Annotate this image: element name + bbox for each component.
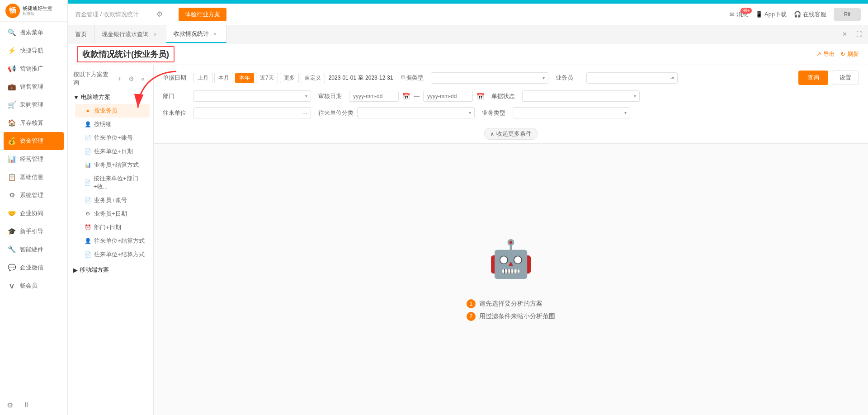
scheme-item-detail[interactable]: 👤 按明细: [75, 118, 150, 131]
page-header-actions: ↗ 导出 ↻ 刷新: [816, 50, 859, 58]
date-btn-more[interactable]: 更多: [280, 73, 299, 83]
group-collapse-icon: ▼: [73, 94, 79, 101]
filter-area: 单据日期 上月 本月 本年 近7天 更多 自定义 2023-01-01: [154, 65, 868, 124]
scheme-item-partner-dept-collect[interactable]: 📄 按往来单位+部门+收...: [75, 172, 150, 193]
lightning-icon: ⚡: [7, 46, 16, 55]
scheme-item-partner-settle1[interactable]: 👤 往来单位+结算方式: [75, 234, 150, 248]
salesperson-input[interactable]: [586, 72, 678, 84]
audit-cal-from-icon[interactable]: 📅: [402, 93, 410, 100]
app-download-btn[interactable]: 📱 App下载: [755, 10, 787, 19]
breadcrumb: 资金管理 / 收款情况统计: [75, 10, 139, 19]
tab-close-all-icon[interactable]: ✕: [839, 29, 850, 40]
sidebar-item-collab[interactable]: 🤝 企业协同: [0, 204, 67, 222]
export-btn[interactable]: ↗ 导出: [816, 50, 835, 58]
scheme-item-sales-date[interactable]: ⚙ 业务员+日期: [75, 207, 150, 221]
trial-btn[interactable]: 体验行业方案: [179, 8, 226, 21]
query-btn[interactable]: 查询: [798, 71, 828, 85]
mobile-group-icon: ▶: [73, 267, 78, 274]
tip-1-text: 请先选择要分析的方案: [479, 300, 542, 308]
collapse-panel-icon[interactable]: «: [138, 74, 148, 84]
counterparty-more-icon[interactable]: ···: [302, 109, 307, 117]
docstatus-select[interactable]: [522, 90, 640, 102]
scheme-item-partner-settle2[interactable]: 📄 往来单位+结算方式: [75, 248, 150, 261]
sidebar-item-member[interactable]: V 畅会员: [0, 277, 67, 295]
scheme-pdc-icon: 📄: [84, 179, 91, 186]
settings-bottom-icon[interactable]: ⚙: [4, 399, 16, 411]
pause-icon[interactable]: ⏸: [20, 399, 33, 411]
tab-bank-flow[interactable]: 现金银行流水查询 ×: [94, 25, 166, 43]
counterparty-cat-select[interactable]: [357, 107, 475, 118]
counterparty-input[interactable]: [193, 107, 311, 118]
dept-select[interactable]: [193, 90, 311, 102]
finance-icon: 💰: [7, 137, 16, 146]
salesperson-more-icon[interactable]: ···: [670, 75, 675, 81]
avatar[interactable]: Rit: [834, 8, 861, 21]
doctype-select-wrapper: [431, 72, 548, 84]
scheme-item-sales-account[interactable]: 📄 业务员+账号: [75, 193, 150, 207]
date-btn-custom[interactable]: 自定义: [301, 73, 325, 83]
scheme-active-icon: ●: [84, 107, 91, 114]
wechat-icon: 💬: [7, 263, 16, 272]
biztype-label: 业务类型: [482, 109, 509, 117]
scheme-settings-icon[interactable]: ⚙: [126, 74, 136, 84]
sidebar-item-guide[interactable]: 🎓 新手引导: [0, 222, 67, 241]
filter-biztype-item: 业务类型: [482, 107, 630, 118]
filter-settings-btn[interactable]: 设置: [832, 71, 859, 85]
sidebar-item-operations[interactable]: 📊 经营管理: [0, 150, 67, 168]
sidebar-nav: 🔍 搜索菜单 ⚡ 快捷导航 📢 营销推广 💼 销售管理 🛒 采购管理 🏠 库存核…: [0, 22, 67, 395]
scheme-item-partner-account[interactable]: 📄 往来单位+账号: [75, 131, 150, 145]
doctype-select[interactable]: [431, 72, 548, 84]
sidebar-item-marketing[interactable]: 📢 营销推广: [0, 60, 67, 78]
sidebar-item-wechat[interactable]: 💬 企业微信: [0, 259, 67, 277]
sidebar-item-purchase[interactable]: 🛒 采购管理: [0, 96, 67, 114]
topbar: 资金管理 / 收款情况统计 ⚙ 体验行业方案 ✉ 消息 99+ 📱 App下载 …: [68, 4, 868, 25]
sidebar-item-search[interactable]: 🔍 搜索菜单: [0, 24, 67, 42]
sidebar-item-inventory[interactable]: 🏠 库存核算: [0, 114, 67, 132]
logo-text: 畅捷通好生意 标准版: [23, 5, 52, 17]
add-scheme-icon[interactable]: +: [114, 74, 124, 84]
scheme-item-dept-date[interactable]: ⏰ 部门+日期: [75, 221, 150, 234]
tab-home[interactable]: 首页: [68, 25, 94, 43]
audit-cal-to-icon[interactable]: 📅: [476, 93, 484, 100]
logo-icon: 畅: [5, 4, 20, 18]
message-btn[interactable]: ✉ 消息 99+: [730, 10, 748, 19]
service-btn[interactable]: 🎧 在线客服: [794, 10, 826, 19]
right-panel: 单据日期 上月 本月 本年 近7天 更多 自定义 2023-01-01: [154, 65, 868, 415]
system-icon: ⚙: [7, 191, 16, 200]
scheme-item-partner-date[interactable]: 📄 往来单位+日期: [75, 145, 150, 158]
audit-date-from[interactable]: [349, 91, 399, 102]
date-btn-7days[interactable]: 近7天: [256, 73, 278, 83]
sidebar-item-finance[interactable]: 💰 资金管理: [4, 132, 64, 150]
tab-close-receipt-stats[interactable]: ×: [212, 30, 219, 38]
date-btn-this-month[interactable]: 本月: [214, 73, 233, 83]
sidebar-item-hardware[interactable]: 🔧 智能硬件: [0, 241, 67, 259]
date-btn-last-month[interactable]: 上月: [193, 73, 212, 83]
tab-maximize-icon[interactable]: ⛶: [854, 29, 864, 40]
refresh-btn[interactable]: ↻ 刷新: [840, 50, 859, 58]
sidebar-item-system[interactable]: ⚙ 系统管理: [0, 186, 67, 204]
msg-badge: 99+: [741, 8, 752, 14]
date-label: 单据日期: [163, 74, 190, 82]
mobile-scheme-title[interactable]: ▶ 移动端方案: [71, 263, 150, 277]
audit-date-to[interactable]: [423, 91, 473, 102]
collapse-btn[interactable]: ∧ 收起更多条件: [484, 128, 538, 140]
scheme-item-sales-settle[interactable]: 📊 业务员+结算方式: [75, 158, 150, 172]
tab-receipt-stats[interactable]: 收款情况统计 ×: [166, 25, 226, 43]
sidebar-item-sales[interactable]: 💼 销售管理: [0, 78, 67, 96]
desktop-scheme-title[interactable]: ▼ 电脑端方案: [71, 90, 150, 104]
member-icon: V: [7, 281, 16, 290]
scheme-item-by-salesperson[interactable]: ● 按业务员: [75, 104, 150, 118]
date-btn-this-year[interactable]: 本年: [235, 73, 254, 83]
sidebar-item-basic[interactable]: 📋 基础信息: [0, 168, 67, 186]
sidebar-item-quicknav[interactable]: ⚡ 快捷导航: [0, 42, 67, 60]
search-icon: 🔍: [7, 28, 16, 37]
app-icon: 📱: [755, 11, 763, 18]
biztype-select[interactable]: [513, 107, 630, 118]
service-icon: 🎧: [794, 11, 801, 18]
empty-state: 🤖 1 请先选择要分析的方案 2 用过滤条件来缩小分析范围: [154, 144, 868, 415]
teal-accent-bar: [68, 0, 868, 4]
marketing-icon: 📢: [7, 64, 16, 73]
tab-close-bank-flow[interactable]: ×: [151, 31, 159, 38]
topbar-settings-icon[interactable]: ⚙: [153, 8, 166, 21]
robot-illustration: 🤖: [484, 238, 538, 280]
